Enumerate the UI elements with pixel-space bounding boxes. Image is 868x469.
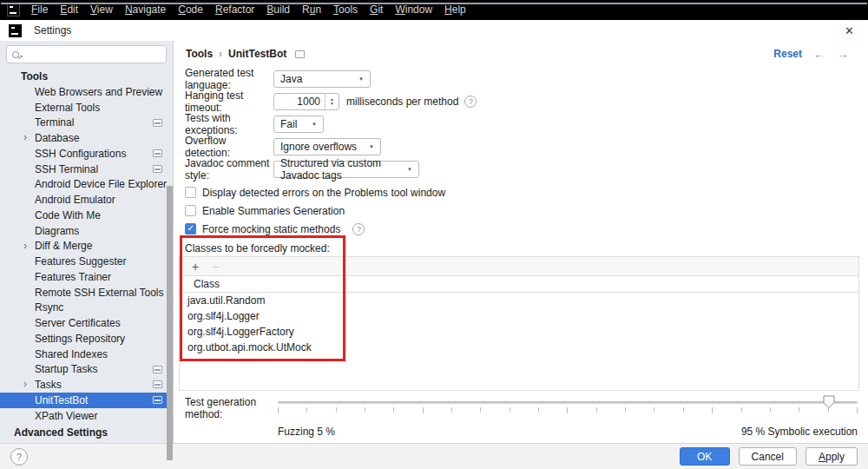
sidebar-item-settings-repository[interactable]: Settings Repository: [0, 331, 173, 347]
reset-link[interactable]: Reset: [773, 48, 802, 60]
sidebar-item-label: UnitTestBot: [35, 394, 88, 406]
sidebar-item-ssh-configurations[interactable]: SSH Configurations: [0, 146, 173, 162]
sidebar-item-label: Remote SSH External Tools: [35, 287, 164, 299]
hanging-test-timeout-label: Hanging test timeout:: [185, 89, 273, 114]
sidebar-item-external-tools[interactable]: External Tools: [0, 100, 173, 116]
slider-tick: [278, 407, 279, 413]
hanging-test-timeout-row: Hanging test timeout: 1000 ▲▼ millisecon…: [185, 93, 868, 110]
toolwindow-badge-icon: [153, 366, 162, 373]
sidebar-item-rsync[interactable]: Rsync: [0, 301, 173, 316]
generated-test-language-value: Java: [280, 73, 302, 85]
table-row[interactable]: org.slf4j.LoggerFactory: [180, 324, 858, 340]
generated-test-language-select[interactable]: Java ▼: [273, 70, 371, 88]
test-generation-method-row: Test generation method:: [174, 393, 868, 420]
breadcrumb-root[interactable]: Tools: [186, 48, 213, 60]
spinner-arrows[interactable]: ▲▼: [325, 94, 339, 109]
hanging-test-timeout-spinner[interactable]: 1000 ▲▼: [273, 93, 339, 110]
sidebar-item-terminal[interactable]: Terminal: [0, 116, 173, 131]
checkbox-label: Display detected errors on the Problems …: [202, 187, 445, 199]
checkbox-row-force-mocking-static-methods[interactable]: Force mocking static methods?: [185, 220, 868, 238]
slider-tick: [712, 407, 713, 413]
table-row[interactable]: org.utbot.api.mock.UtMock: [180, 340, 858, 355]
sidebar-item-features-suggester[interactable]: Features Suggester: [0, 254, 173, 269]
sidebar-item-label: Android Emulator: [35, 194, 115, 206]
chevron-right-icon[interactable]: ›: [23, 240, 27, 252]
table-column-header[interactable]: Class: [180, 276, 858, 293]
sidebar-item-code-with-me[interactable]: Code With Me: [0, 208, 173, 223]
slider-tick: [683, 407, 684, 412]
apply-button[interactable]: Apply: [806, 447, 858, 466]
sidebar-item-remote-ssh-external-tools[interactable]: Remote SSH External Tools: [0, 285, 173, 301]
sidebar-item-label: Diagrams: [35, 225, 79, 237]
help-button[interactable]: ?: [10, 448, 28, 466]
sidebar-item-android-device-file-explorer[interactable]: Android Device File Explorer: [0, 177, 173, 193]
intellij-logo-icon: [7, 3, 20, 17]
breadcrumb-row: Tools › UnitTestBot Reset ← →: [174, 41, 868, 63]
cancel-button[interactable]: Cancel: [739, 447, 797, 466]
tree-section-tools[interactable]: Tools: [0, 69, 173, 84]
help-icon[interactable]: ?: [464, 96, 477, 108]
sidebar-item-tasks[interactable]: ›Tasks: [0, 377, 173, 393]
sidebar-item-label: Features Trainer: [35, 271, 111, 283]
back-arrow-icon[interactable]: ←: [813, 47, 825, 61]
generated-test-language-row: Generated test language: Java ▼: [185, 70, 868, 88]
settings-search-box[interactable]: ▾: [6, 45, 167, 63]
test-generation-slider[interactable]: [278, 393, 858, 413]
overflow-detection-row: Overflow detection: Ignore overflows ▼: [185, 138, 868, 155]
slider-tick: [857, 407, 858, 413]
sidebar-item-ssh-terminal[interactable]: SSH Terminal: [0, 162, 173, 177]
tree-section-advanced-settings[interactable]: Advanced Settings: [0, 425, 173, 440]
slider-tick: [567, 407, 568, 413]
forward-arrow-icon[interactable]: →: [837, 47, 849, 61]
search-icon: [12, 51, 19, 58]
chevron-right-icon[interactable]: ›: [23, 378, 27, 390]
checkbox-label: Enable Summaries Generation: [202, 205, 345, 217]
sidebar-item-label: Startup Tasks: [35, 363, 97, 375]
footer-buttons: OK Cancel Apply: [680, 447, 858, 466]
sidebar-item-label: Terminal: [35, 116, 74, 129]
javadoc-comment-style-select[interactable]: Structured via custom Javadoc tags ▼: [273, 161, 419, 178]
checkbox-list: Display detected errors on the Problems …: [185, 183, 868, 238]
remove-icon[interactable]: −: [212, 260, 219, 274]
sidebar-item-diff-merge[interactable]: ›Diff & Merge: [0, 239, 173, 254]
sidebar-item-xpath-viewer[interactable]: XPath Viewer: [0, 408, 173, 424]
checkbox-unchecked-icon[interactable]: [185, 205, 196, 216]
sidebar-item-label: Diff & Merge: [35, 240, 92, 252]
table-row[interactable]: org.slf4j.Logger: [180, 308, 858, 324]
sidebar-item-web-browsers-and-preview[interactable]: Web Browsers and Preview: [0, 84, 173, 100]
checkbox-checked-icon[interactable]: [185, 223, 196, 234]
hanging-test-timeout-value: 1000: [274, 94, 325, 109]
sidebar-item-diagrams[interactable]: Diagrams: [0, 223, 173, 239]
tests-with-exceptions-value: Fail: [280, 118, 297, 130]
settings-search-input[interactable]: [23, 49, 161, 61]
slider-tick: [510, 407, 510, 412]
table-toolbar: + −: [180, 257, 858, 276]
checkbox-unchecked-icon[interactable]: [185, 187, 196, 198]
sidebar-item-android-emulator[interactable]: Android Emulator: [0, 192, 173, 208]
sidebar-item-features-trainer[interactable]: Features Trainer: [0, 269, 173, 285]
help-icon[interactable]: ?: [352, 223, 365, 235]
slider-tick: [538, 407, 539, 412]
table-empty-area: [180, 355, 858, 390]
add-icon[interactable]: +: [192, 260, 199, 274]
table-row[interactable]: java.util.Random: [180, 293, 858, 308]
chevron-down-icon: ▼: [369, 144, 374, 149]
chevron-right-icon[interactable]: ›: [23, 131, 27, 143]
sidebar-item-database[interactable]: ›Database: [0, 130, 173, 146]
fuzzing-percent-label: Fuzzing 5 %: [278, 426, 335, 438]
sidebar-item-unittestbot[interactable]: UnitTestBot: [0, 393, 173, 408]
checkbox-row-display-detected-errors-on-the-problems-tool-window[interactable]: Display detected errors on the Problems …: [185, 183, 868, 201]
settings-tree: Tools Web Browsers and PreviewExternal T…: [0, 63, 173, 443]
checkbox-row-enable-summaries-generation[interactable]: Enable Summaries Generation: [185, 201, 868, 220]
overflow-detection-select[interactable]: Ignore overflows ▼: [273, 138, 381, 155]
ok-button[interactable]: OK: [680, 447, 730, 466]
sidebar-item-shared-indexes[interactable]: Shared Indexes: [0, 347, 173, 362]
sidebar-item-server-certificates[interactable]: Server Certificates: [0, 315, 173, 331]
tests-with-exceptions-select[interactable]: Fail ▼: [273, 116, 324, 133]
slider-track[interactable]: [278, 401, 858, 404]
sidebar-scrollbar[interactable]: [167, 186, 173, 460]
close-icon[interactable]: ✕: [838, 24, 861, 37]
spinner-down-icon[interactable]: ▼: [330, 102, 334, 106]
sidebar-item-startup-tasks[interactable]: Startup Tasks: [0, 362, 173, 378]
dialog-footer: ? OK Cancel Apply: [0, 443, 868, 469]
